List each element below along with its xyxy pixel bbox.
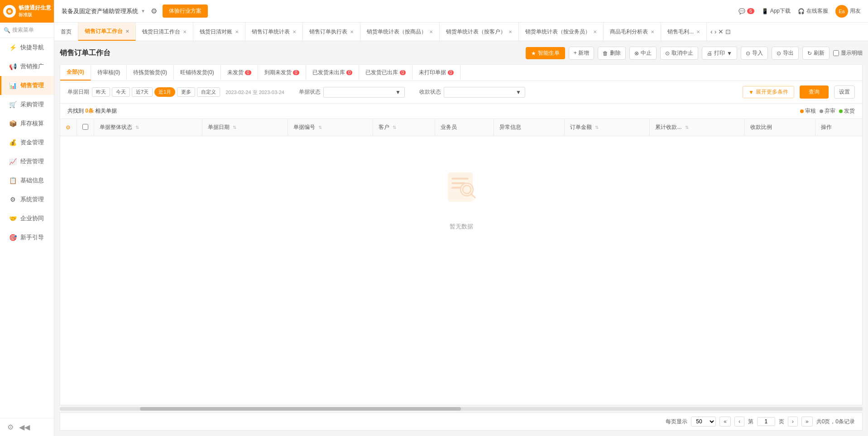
tab-next-icon[interactable]: › [715,28,717,35]
sidebar-item-search[interactable]: 🔍 搜索菜单 [0,23,54,38]
th-checkbox[interactable] [77,119,94,136]
filter-status-select[interactable]: ▼ [323,87,405,98]
date-btn-7days[interactable]: 近7天 [132,87,153,97]
status-sort-icon[interactable]: ⇅ [135,125,139,130]
tab-sales-workbench[interactable]: 销售订单工作台 ✕ [78,23,136,41]
filter-payment-select[interactable]: ▼ [444,87,525,98]
sidebar-item-purchase[interactable]: 🛒 采购管理 [0,95,54,114]
customer-sort-icon[interactable]: ⇅ [393,125,396,130]
th-settings[interactable]: ⚙ [60,119,77,136]
tab-sales-more-close[interactable]: ✕ [696,29,700,34]
collapse-icon[interactable]: ◀◀ [19,423,30,431]
tab-cash-reconcile[interactable]: 钱货日清对账 ✕ [193,23,245,41]
filter-tab-wangpu[interactable]: 旺铺待发货(0) [174,65,221,80]
tab-sales-more[interactable]: 销售毛利... ✕ [661,23,707,41]
date-btn-custom[interactable]: 自定义 [197,87,220,97]
filter-tab-shipped-not-out[interactable]: 已发货未出库 0 [306,65,360,80]
tab-home[interactable]: 首页 [54,23,78,41]
sidebar-item-sales[interactable]: 📊 销售管理 [0,76,54,95]
add-btn[interactable]: + 新增 [569,47,594,60]
pagination-last-btn[interactable]: » [801,417,813,427]
date-btn-yesterday[interactable]: 昨天 [92,87,110,97]
tab-sales-stat-customer-close[interactable]: ✕ [508,29,512,34]
date-sort-icon[interactable]: ⇅ [233,125,236,130]
tab-sales-stat-product-close[interactable]: ✕ [429,29,433,34]
tab-sales-stat-product[interactable]: 销货单统计表（按商品） ✕ [360,23,440,41]
sidebar-item-guide[interactable]: 🎯 新手引导 [0,228,54,247]
inventory-label: 库存核算 [20,119,44,128]
tab-product-margin[interactable]: 商品毛利分析表 ✕ [604,23,661,41]
tab-sales-exec-close[interactable]: ✕ [350,29,354,34]
settings-icon[interactable]: ⚙ [7,423,14,431]
filter-tab-all[interactable]: 全部(0) [60,65,91,81]
app-download-item[interactable]: 📱 App下载 [762,7,791,15]
filter-tab-not-shipped[interactable]: 未发货 0 [221,65,258,80]
sidebar-item-finance[interactable]: 💰 资金管理 [0,133,54,152]
filter-tab-pending-review[interactable]: 待审核(0) [91,65,127,80]
tab-cash-reconcile-close[interactable]: ✕ [235,29,239,34]
tab-sales-stat-staff[interactable]: 销货单统计表（按业务员） ✕ [519,23,604,41]
scroll-bar-thumb[interactable] [140,407,461,411]
query-btn[interactable]: 查询 [800,85,829,99]
amount-sort-icon[interactable]: ⇅ [595,125,599,130]
pagination-prev-btn[interactable]: ‹ [734,417,744,427]
tab-cash-daily[interactable]: 钱货日清工作台 ✕ [136,23,193,41]
expand-btn[interactable]: ▼ 展开更多条件 [743,86,794,98]
sidebar-item-system[interactable]: ⚙ 系统管理 [0,190,54,209]
export-btn[interactable]: ⊙ 导出 [772,47,799,60]
stop-btn[interactable]: ⊗ 中止 [629,47,657,60]
sidebar-item-enterprise[interactable]: 🤝 企业协同 [0,209,54,228]
tab-cash-daily-label: 钱货日清工作台 [142,28,180,36]
tab-sales-stat-close[interactable]: ✕ [293,29,296,34]
delete-btn[interactable]: 🗑 删除 [598,47,626,60]
industry-btn[interactable]: 体验行业方案 [163,5,208,18]
filter-tab-not-printed[interactable]: 未打印单据 0 [412,65,460,80]
collected-sort-icon[interactable]: ⇅ [685,125,689,130]
tab-sales-stat-staff-close[interactable]: ✕ [593,29,597,34]
show-detail-label[interactable]: 显示明细 [833,49,863,57]
user-item[interactable]: Ea 用友 [835,5,861,18]
sidebar-item-marketing[interactable]: 📢 营销推广 [0,57,54,76]
review-btn[interactable]: 审核 [800,107,816,115]
print-btn[interactable]: 🖨 打印 ▼ [702,47,737,60]
ship-btn[interactable]: 发货 [839,107,855,115]
sidebar-item-inventory[interactable]: 📦 库存核算 [0,114,54,133]
tab-sales-stat[interactable]: 销售订单统计表 ✕ [245,23,303,41]
print-icon: 🖨 [707,50,712,57]
sidebar-item-operation[interactable]: 📈 经营管理 [0,152,54,171]
page-size-select[interactable]: 50 10 20 100 [691,417,716,427]
tab-expand-icon[interactable]: ⊡ [725,28,731,35]
settings-btn[interactable]: 设置 [834,85,855,99]
sidebar-item-basic-info[interactable]: 📋 基础信息 [0,171,54,190]
tab-sales-workbench-close[interactable]: ✕ [125,29,129,34]
refresh-btn[interactable]: ↻ 刷新 [802,47,830,60]
number-sort-icon[interactable]: ⇅ [318,125,322,130]
tab-sales-exec[interactable]: 销售订单执行表 ✕ [303,23,360,41]
show-detail-checkbox[interactable] [833,50,839,56]
tab-close-all-icon[interactable]: ✕ [718,28,724,35]
select-all-checkbox[interactable] [82,124,88,130]
sidebar-item-quick-nav[interactable]: ⚡ 快捷导航 [0,38,54,57]
filter-tab-shipped-out[interactable]: 已发货已出库 0 [359,65,412,80]
page-title: 销售订单工作台 [60,48,110,58]
pagination-page-input[interactable] [757,417,775,426]
smart-btn[interactable]: ★ 智能生单 [526,47,565,59]
header-gear-icon[interactable]: ⚙ [151,7,157,15]
tab-sales-stat-customer[interactable]: 销货单统计表（按客户） ✕ [440,23,519,41]
date-btn-more[interactable]: 更多 [177,87,195,97]
filter-tab-overdue[interactable]: 到期未发货 0 [258,65,306,80]
message-item[interactable]: 💬 6 [739,8,754,14]
pagination-next-btn[interactable]: › [788,417,798,427]
pagination-first-btn[interactable]: « [719,417,731,427]
cancel-stop-btn[interactable]: ⊙ 取消中止 [660,47,698,60]
cancel-review-btn[interactable]: 弃审 [820,107,835,115]
tab-prev-icon[interactable]: ‹ [710,28,713,35]
date-btn-today[interactable]: 今天 [112,87,130,97]
date-btn-1month[interactable]: 近1月 [154,87,175,97]
system-dropdown-icon[interactable]: ▼ [141,9,145,14]
online-service-item[interactable]: 🎧 在线客服 [798,7,828,15]
filter-tab-pending-inspect[interactable]: 待拣货验货(0) [127,65,174,80]
tab-cash-daily-close[interactable]: ✕ [183,29,187,34]
tab-product-margin-close[interactable]: ✕ [651,29,654,34]
import-btn[interactable]: ⊙ 导入 [741,47,768,60]
